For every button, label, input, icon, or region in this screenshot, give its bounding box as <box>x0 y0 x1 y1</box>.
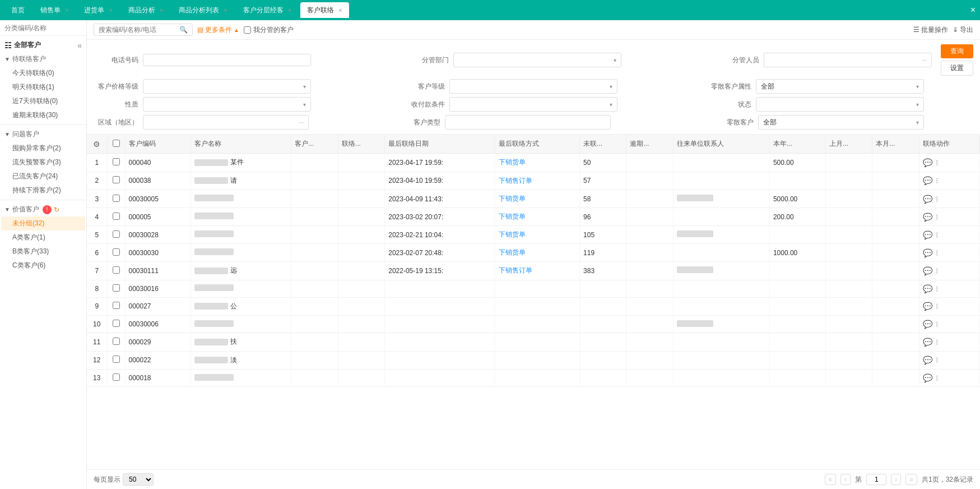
row-checkbox[interactable] <box>107 190 125 208</box>
sidebar-item-tomorrow[interactable]: 明天待联络(1) <box>1 80 85 94</box>
main-search-box[interactable]: 🔍 <box>94 24 193 36</box>
first-page-button[interactable]: « <box>825 474 837 485</box>
action-comment-icon[interactable]: 💬 <box>923 195 932 204</box>
row-checkbox[interactable] <box>107 154 125 172</box>
tab-customer-segment[interactable]: 客户分层经客 × <box>236 2 298 18</box>
query-button[interactable]: 查询 <box>941 44 973 58</box>
action-more-icon[interactable]: ⁝ <box>936 213 938 222</box>
tab-customer-segment-close[interactable]: × <box>288 7 291 13</box>
action-more-icon[interactable]: ⁝ <box>936 230 938 239</box>
sidebar-value-customers-group[interactable]: ▼ 价值客户 ! ↻ <box>0 202 86 216</box>
action-more-icon[interactable]: ⁝ <box>936 266 938 275</box>
tab-customer-contact-close[interactable]: × <box>338 7 342 13</box>
main-search-icon[interactable]: 🔍 <box>179 26 188 34</box>
sidebar-item-today[interactable]: 今天待联络(0) <box>1 66 85 80</box>
row-last-method[interactable]: 下销货单 <box>495 226 580 244</box>
row-checkbox[interactable] <box>107 226 125 244</box>
row-last-method[interactable]: 下销售订单 <box>495 262 580 280</box>
row-last-method[interactable]: 下销货单 <box>495 244 580 262</box>
action-comment-icon[interactable]: 💬 <box>923 248 932 257</box>
tab-sales[interactable]: 销售单 × <box>34 2 75 18</box>
more-conditions-button[interactable]: ▤ 更多条件 ▲ <box>197 25 239 35</box>
row-checkbox[interactable] <box>107 244 125 262</box>
sidebar-search-box[interactable]: 🔍 <box>0 20 86 36</box>
my-customers-checkbox[interactable] <box>244 26 251 34</box>
manager-select[interactable]: ··· <box>764 53 932 67</box>
tab-product-list-close[interactable]: × <box>224 7 227 13</box>
action-comment-icon[interactable]: 💬 <box>923 284 932 293</box>
row-checkbox[interactable] <box>107 208 125 226</box>
action-more-icon[interactable]: ⁝ <box>936 356 938 365</box>
sidebar-item-lost[interactable]: 已流失客户(24) <box>1 169 85 183</box>
sidebar-item-class-b[interactable]: B类客户(33) <box>1 245 85 259</box>
dept-select[interactable]: ▾ <box>453 53 621 67</box>
row-last-method[interactable] <box>495 316 580 333</box>
row-checkbox[interactable] <box>107 297 125 316</box>
sidebar-item-ungroup[interactable]: 未分组(32) <box>1 216 85 230</box>
action-comment-icon[interactable]: 💬 <box>923 338 932 347</box>
row-last-method[interactable]: 下销货单 <box>495 208 580 226</box>
window-close-button[interactable]: × <box>970 5 976 15</box>
action-more-icon[interactable]: ⁝ <box>936 373 938 382</box>
sidebar-item-declining[interactable]: 持续下滑客户(2) <box>1 183 85 197</box>
action-more-icon[interactable]: ⁝ <box>936 158 938 167</box>
row-last-method[interactable]: 下销售订单 <box>495 172 580 190</box>
page-size-select[interactable]: 50 100 200 <box>123 473 154 486</box>
tab-sales-close[interactable]: × <box>65 7 68 13</box>
row-last-method[interactable] <box>495 370 580 387</box>
action-comment-icon[interactable]: 💬 <box>923 158 932 167</box>
tab-home[interactable]: 首页 <box>4 2 31 18</box>
tab-purchase[interactable]: 进货单 × <box>77 2 119 18</box>
row-last-method[interactable] <box>495 297 580 316</box>
action-comment-icon[interactable]: 💬 <box>923 266 932 275</box>
batch-ops-button[interactable]: ☰ 批量操作 <box>913 25 948 35</box>
col-checkbox[interactable] <box>107 135 125 154</box>
row-last-method[interactable] <box>495 351 580 370</box>
sidebar-item-class-c[interactable]: C类客户(6) <box>1 259 85 273</box>
row-checkbox[interactable] <box>107 333 125 352</box>
status-select[interactable]: ▾ <box>756 97 924 112</box>
col-settings[interactable]: ⚙ <box>87 135 107 154</box>
tab-product-list[interactable]: 商品分析列表 × <box>172 2 234 18</box>
row-checkbox[interactable] <box>107 370 125 387</box>
tab-product-analysis-close[interactable]: × <box>160 7 163 13</box>
sidebar-problem-customers-group[interactable]: ▼ 问题客户 <box>0 127 86 141</box>
sidebar-item-loss-warning[interactable]: 流失预警客户(3) <box>1 155 85 169</box>
retail-attr-select[interactable]: 全部 ▾ <box>756 79 924 94</box>
retail-customer-select[interactable]: 全部 ▾ <box>758 115 924 130</box>
row-last-method[interactable]: 下销货单 <box>495 154 580 172</box>
action-more-icon[interactable]: ⁝ <box>936 195 938 204</box>
row-checkbox[interactable] <box>107 316 125 333</box>
region-select[interactable]: ··· <box>143 115 309 130</box>
last-page-button[interactable]: » <box>905 474 917 485</box>
export-button[interactable]: ⇓ 导出 <box>953 25 973 35</box>
row-checkbox[interactable] <box>107 280 125 297</box>
main-search-input[interactable] <box>99 26 177 34</box>
action-comment-icon[interactable]: 💬 <box>923 230 932 239</box>
tab-purchase-close[interactable]: × <box>109 7 112 13</box>
tab-customer-contact[interactable]: 客户联络 × <box>300 2 349 18</box>
action-comment-icon[interactable]: 💬 <box>923 373 932 382</box>
page-number-input[interactable] <box>866 474 886 485</box>
sidebar-search-input[interactable] <box>4 24 87 32</box>
row-checkbox[interactable] <box>107 262 125 280</box>
action-comment-icon[interactable]: 💬 <box>923 176 932 185</box>
action-more-icon[interactable]: ⁝ <box>936 284 938 293</box>
sidebar-pending-contact-group[interactable]: ▼ 待联络客户 <box>0 52 86 66</box>
action-more-icon[interactable]: ⁝ <box>936 320 938 329</box>
action-comment-icon[interactable]: 💬 <box>923 213 932 222</box>
row-last-method[interactable] <box>495 333 580 352</box>
action-comment-icon[interactable]: 💬 <box>923 302 932 311</box>
sidebar-all-customers[interactable]: ☷ 全部客户 « <box>0 36 86 52</box>
action-more-icon[interactable]: ⁝ <box>936 248 938 257</box>
sidebar-item-overdue[interactable]: 逾期未联络(30) <box>1 108 85 122</box>
sidebar-item-7days[interactable]: 近7天待联络(0) <box>1 94 85 108</box>
select-all-checkbox[interactable] <box>113 140 120 147</box>
action-more-icon[interactable]: ⁝ <box>936 302 938 311</box>
row-checkbox[interactable] <box>107 172 125 190</box>
action-more-icon[interactable]: ⁝ <box>936 176 938 185</box>
row-last-method[interactable]: 下销货单 <box>495 190 580 208</box>
action-more-icon[interactable]: ⁝ <box>936 338 938 347</box>
prev-page-button[interactable]: ‹ <box>840 474 851 485</box>
sidebar-collapse-icon[interactable]: « <box>77 41 82 50</box>
